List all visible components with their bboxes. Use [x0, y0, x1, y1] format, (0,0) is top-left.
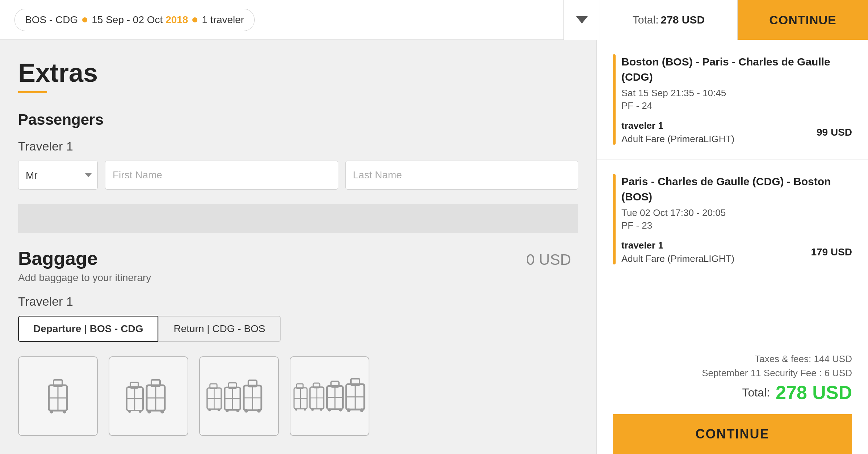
svg-point-17	[160, 410, 164, 413]
svg-point-34	[244, 409, 248, 413]
baggage-header: Baggage 0 USD	[18, 247, 578, 269]
segment-1-code: PF - 24	[621, 100, 852, 111]
left-panel: Extras Passengers Traveler 1 Mr Mrs Ms D…	[0, 40, 596, 454]
luggage-card-1[interactable]	[18, 356, 98, 436]
trip-route: BOS - CDG	[25, 14, 78, 26]
svg-point-41	[304, 408, 306, 411]
svg-point-35	[257, 409, 261, 413]
luggage-icon-1	[43, 376, 72, 416]
security-fee-row: September 11 Security Fee : 6 USD	[613, 368, 852, 379]
segment-2-title: Paris - Charles de Gaulle (CDG) - Boston…	[621, 174, 852, 204]
segment-indicator-2: Paris - Charles de Gaulle (CDG) - Boston…	[613, 174, 852, 264]
svg-point-10	[128, 410, 131, 413]
segment-2-time: Tue 02 Oct 17:30 - 20:05	[621, 207, 852, 218]
dot-2	[192, 17, 197, 22]
yellow-bar-2	[613, 174, 616, 264]
baggage-tabs: Departure | BOS - CDG Return | CDG - BOS	[18, 316, 578, 342]
dot-1	[82, 17, 87, 22]
luggage-icon-4	[293, 376, 366, 416]
header-total: Total: 278 USD	[600, 0, 738, 40]
svg-point-23	[218, 409, 220, 411]
yellow-bar-1	[613, 54, 616, 145]
segment-2-code: PF - 23	[621, 220, 852, 231]
traveler-count: 1 traveler	[202, 14, 244, 26]
title-select-wrapper: Mr Mrs Ms Dr	[18, 161, 98, 190]
svg-point-40	[295, 408, 297, 411]
summary-total-row: Total: 278 USD	[613, 382, 852, 403]
luggage-icon-2	[125, 376, 172, 416]
fare-info-2: traveler 1 Adult Fare (PrimeraLIGHT)	[621, 240, 734, 264]
traveler-form: Mr Mrs Ms Dr	[18, 161, 578, 190]
fare-label-1: Adult Fare (PrimeraLIGHT)	[621, 133, 734, 145]
luggage-icon-3	[206, 376, 272, 416]
segment-1-time: Sat 15 Sep 21:35 - 10:45	[621, 88, 852, 99]
svg-point-46	[311, 408, 314, 411]
svg-point-16	[147, 410, 151, 413]
summary-panel: Boston (BOS) - Paris - Charles de Gaulle…	[596, 40, 868, 454]
fare-price-2: 179 USD	[811, 246, 852, 258]
svg-point-53	[339, 408, 342, 412]
segment-1-title: Boston (BOS) - Paris - Charles de Gaulle…	[621, 54, 852, 85]
svg-point-58	[347, 408, 351, 412]
svg-point-5	[63, 410, 66, 413]
last-name-field[interactable]	[345, 161, 579, 190]
luggage-card-4[interactable]	[290, 356, 369, 436]
continue-button-top[interactable]: CONTINUE	[738, 0, 868, 40]
flight-segment-1: Boston (BOS) - Paris - Charles de Gaulle…	[597, 40, 868, 160]
summary-total-amount: 278 USD	[776, 382, 852, 403]
traveler-label: Traveler 1	[18, 139, 578, 153]
form-extra-row	[18, 204, 578, 233]
segment-content-2: Paris - Charles de Gaulle (CDG) - Boston…	[621, 174, 852, 264]
page-title: Extras	[18, 58, 578, 88]
baggage-subtitle: Add baggage to your itinerary	[18, 272, 578, 284]
fare-row-1: traveler 1 Adult Fare (PrimeraLIGHT) 99 …	[621, 120, 852, 145]
summary-footer: Taxes & fees: 144 USD September 11 Secur…	[597, 343, 868, 454]
baggage-price: 0 USD	[526, 251, 571, 268]
summary-toggle-button[interactable]	[564, 0, 600, 40]
svg-point-22	[208, 409, 211, 411]
trip-dates: 15 Sep - 02 Oct 2018	[92, 14, 188, 26]
segment-indicator-1: Boston (BOS) - Paris - Charles de Gaulle…	[613, 54, 852, 145]
main-content: Extras Passengers Traveler 1 Mr Mrs Ms D…	[0, 40, 868, 454]
tab-departure[interactable]: Departure | BOS - CDG	[18, 316, 158, 342]
first-name-field[interactable]	[105, 161, 338, 190]
title-underline	[18, 91, 47, 93]
chevron-down-icon	[576, 16, 588, 24]
fare-traveler-2: traveler 1	[621, 240, 734, 251]
svg-point-28	[226, 409, 229, 412]
svg-point-59	[360, 408, 364, 412]
header-summary: Total: 278 USD CONTINUE	[563, 0, 868, 40]
svg-point-52	[328, 408, 331, 412]
luggage-card-2[interactable]	[109, 356, 188, 436]
baggage-section: Baggage 0 USD Add baggage to your itiner…	[18, 247, 578, 436]
flight-segment-2: Paris - Charles de Gaulle (CDG) - Boston…	[597, 160, 868, 279]
svg-point-29	[236, 409, 239, 412]
fare-info-1: traveler 1 Adult Fare (PrimeraLIGHT)	[621, 120, 734, 145]
tab-return[interactable]: Return | CDG - BOS	[158, 316, 280, 342]
summary-total-label: Total:	[742, 386, 770, 399]
luggage-card-3[interactable]	[199, 356, 279, 436]
baggage-title: Baggage	[18, 247, 98, 269]
taxes-fees-label: Taxes & fees: 144 USD	[755, 353, 852, 365]
header-bar: BOS - CDG 15 Sep - 02 Oct 2018 1 travele…	[0, 0, 868, 40]
title-select[interactable]: Mr Mrs Ms Dr	[18, 161, 98, 190]
svg-point-11	[139, 410, 142, 413]
continue-button-bottom[interactable]: CONTINUE	[613, 414, 852, 454]
svg-point-4	[50, 410, 53, 413]
passengers-heading: Passengers	[18, 111, 578, 128]
header-total-value: 278 USD	[661, 14, 705, 26]
taxes-fees-row: Taxes & fees: 144 USD	[613, 353, 852, 365]
fare-price-1: 99 USD	[817, 127, 852, 138]
fare-row-2: traveler 1 Adult Fare (PrimeraLIGHT) 179…	[621, 240, 852, 264]
trip-year: 2018	[165, 14, 188, 25]
luggage-options	[18, 356, 578, 436]
svg-point-47	[320, 408, 323, 411]
baggage-traveler-label: Traveler 1	[18, 294, 578, 309]
fare-traveler-1: traveler 1	[621, 120, 734, 131]
fare-label-2: Adult Fare (PrimeraLIGHT)	[621, 253, 734, 264]
segment-content-1: Boston (BOS) - Paris - Charles de Gaulle…	[621, 54, 852, 145]
trip-info-pill: BOS - CDG 15 Sep - 02 Oct 2018 1 travele…	[14, 9, 255, 31]
security-fee-label: September 11 Security Fee : 6 USD	[702, 368, 852, 379]
